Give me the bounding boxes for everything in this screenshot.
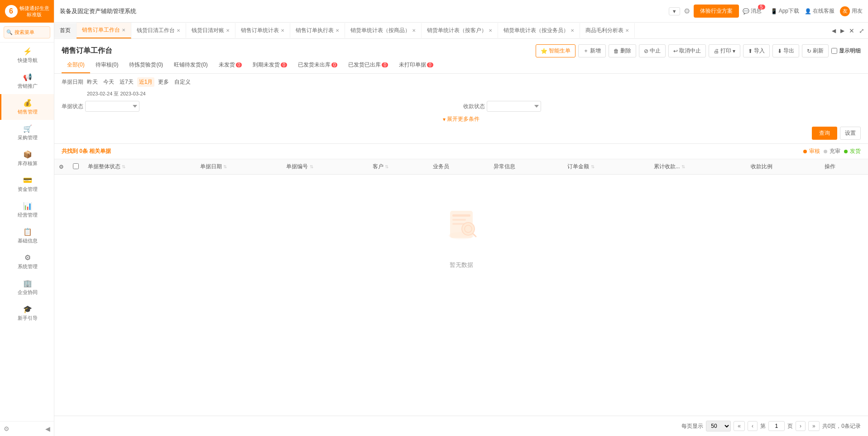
- sidebar-item-sales[interactable]: 💰 销售管理: [0, 94, 54, 120]
- page-first-button[interactable]: «: [734, 421, 745, 431]
- table-scroll-area[interactable]: ⚙ 单据整体状态 ⇅ 单据日期 ⇅: [54, 159, 868, 416]
- export-button[interactable]: ⬇ 导出: [772, 44, 799, 57]
- online-service-button[interactable]: 👤 在线客服: [805, 7, 834, 15]
- page-next-button[interactable]: ›: [796, 421, 806, 431]
- page-number-input[interactable]: [768, 421, 785, 431]
- subtab-pending-review[interactable]: 待审核(0): [90, 57, 124, 73]
- search-menu-button[interactable]: 🔍 搜索菜单: [4, 26, 50, 38]
- page-last-button[interactable]: »: [808, 421, 820, 431]
- subtab-all[interactable]: 全部(0): [62, 57, 90, 73]
- tab-home[interactable]: 首页: [54, 23, 77, 38]
- sidebar-item-marketing[interactable]: 📢 营销推广: [0, 68, 54, 94]
- topbar-expand-button[interactable]: ▼: [669, 7, 680, 15]
- user-menu-button[interactable]: 友 用友: [840, 6, 863, 16]
- tab-sales-stat[interactable]: 销售订单统计表 ✕: [235, 23, 290, 38]
- per-page-select[interactable]: 50 10 20 100: [706, 421, 731, 431]
- sort-amount-icon[interactable]: ⇅: [591, 164, 595, 169]
- tab-cash-daily[interactable]: 钱货日清工作台 ✕: [131, 23, 186, 38]
- tab-sales-summary-customer[interactable]: 销货单统计表（按客户） ✕: [422, 23, 498, 38]
- subtab-not-printed[interactable]: 未打印单据0: [393, 57, 439, 73]
- date-today-btn[interactable]: 今天: [101, 77, 116, 87]
- tab-sales-summary-product[interactable]: 销货单统计表（按商品） ✕: [345, 23, 422, 38]
- tab-sales-exec[interactable]: 销售订单执行表 ✕: [290, 23, 345, 38]
- tab-scroll-right[interactable]: ▶: [839, 26, 846, 36]
- tab-close-all[interactable]: ✕: [847, 25, 856, 36]
- payment-select[interactable]: [487, 101, 541, 112]
- setup-button[interactable]: 设置: [840, 127, 861, 140]
- subtab-shipped-not-out[interactable]: 已发货未出库0: [293, 57, 343, 73]
- smart-create-button[interactable]: ⭐ 智能生单: [536, 44, 575, 57]
- tab-close-sales-workbench[interactable]: ✕: [122, 28, 125, 33]
- date-custom-btn[interactable]: 自定义: [173, 77, 192, 87]
- message-button[interactable]: 💬 消息 5: [743, 7, 762, 15]
- print-button[interactable]: 🖨 打印 ▾: [709, 44, 740, 57]
- status-select[interactable]: [85, 101, 139, 112]
- shipped-out-badge: 0: [382, 62, 388, 67]
- tab-close-sales-exec[interactable]: ✕: [336, 28, 339, 33]
- audit-button[interactable]: 审核: [803, 147, 820, 155]
- sort-received-icon[interactable]: ⇅: [681, 164, 685, 169]
- tab-sales-workbench[interactable]: 销售订单工作台 ✕: [77, 23, 131, 38]
- stop-button[interactable]: ⊘ 中止: [639, 44, 666, 57]
- sort-date-icon[interactable]: ⇅: [223, 164, 227, 169]
- ship-button[interactable]: 发货: [844, 147, 861, 155]
- sidebar-item-purchase[interactable]: 🛒 采购管理: [0, 120, 54, 146]
- sidebar-item-quick-nav[interactable]: ⚡ 快捷导航: [0, 43, 54, 68]
- tab-close-sales-summary-staff[interactable]: ✕: [571, 28, 574, 33]
- subtab-not-shipped[interactable]: 未发货0: [213, 57, 248, 73]
- date-yesterday-btn[interactable]: 昨天: [85, 77, 100, 87]
- tab-close-sales-stat[interactable]: ✕: [281, 28, 284, 33]
- app-logo: 6 畅捷通好生意 标准版: [0, 0, 54, 23]
- import-button[interactable]: ⬆ 导入: [743, 44, 770, 57]
- tab-close-cash-daily[interactable]: ✕: [177, 28, 180, 33]
- sidebar-item-finance[interactable]: 💳 资金管理: [0, 171, 54, 197]
- tab-close-cash-reconcile[interactable]: ✕: [226, 28, 230, 33]
- sidebar-item-guide[interactable]: 🎓 新手引导: [0, 300, 54, 326]
- th-settings: ⚙: [54, 159, 68, 175]
- date-1month-btn[interactable]: 近1月: [137, 77, 155, 87]
- tab-sales-summary-staff[interactable]: 销货单统计表（按业务员） ✕: [498, 23, 580, 38]
- refresh-button[interactable]: ↻ 刷新: [802, 44, 829, 57]
- show-detail-checkbox[interactable]: [831, 48, 837, 54]
- date-more-btn[interactable]: 更多: [156, 77, 171, 87]
- sidebar-item-basic[interactable]: 📋 基础信息: [0, 223, 54, 249]
- sidebar-item-system[interactable]: ⚙ 系统管理: [0, 249, 54, 275]
- sort-status-icon[interactable]: ⇅: [122, 164, 125, 169]
- subtab-shipped-out[interactable]: 已发货已出库0: [343, 57, 393, 73]
- topbar-settings-button[interactable]: ⚙: [684, 7, 690, 15]
- cancel-stop-button[interactable]: ↩ 取消中止: [668, 44, 706, 57]
- tab-gross-margin[interactable]: 商品毛利分析表 ✕: [580, 23, 635, 38]
- tab-close-sales-summary-customer[interactable]: ✕: [489, 28, 492, 33]
- delete-button[interactable]: 🗑 删除: [609, 44, 636, 57]
- tab-scroll-left[interactable]: ◀: [830, 26, 838, 36]
- search-icon: 🔍: [6, 29, 13, 35]
- tab-expand[interactable]: ⤢: [857, 25, 866, 36]
- query-button[interactable]: 查询: [812, 127, 837, 140]
- sidebar-item-corp[interactable]: 🏢 企业协同: [0, 275, 54, 300]
- sort-number-icon[interactable]: ⇅: [310, 164, 313, 169]
- add-button[interactable]: ＋ 新增: [578, 44, 606, 57]
- subtab-expired-not-shipped[interactable]: 到期未发货0: [247, 57, 293, 73]
- sidebar-collapse-button[interactable]: ◀: [45, 425, 50, 432]
- show-detail-label[interactable]: 显示明细: [831, 47, 861, 55]
- sort-customer-icon[interactable]: ⇅: [385, 164, 388, 169]
- user-avatar-icon: 友: [840, 6, 850, 16]
- tab-close-sales-summary-product[interactable]: ✕: [412, 28, 416, 33]
- sidebar-settings-button[interactable]: ⚙: [4, 425, 10, 432]
- select-all-checkbox[interactable]: [73, 163, 79, 169]
- page-prev-button[interactable]: ‹: [748, 421, 758, 431]
- subtab-pending-inspect[interactable]: 待拣货验货(0): [124, 57, 168, 73]
- filter-bar: 单据日期 昨天 今天 近7天 近1月 更多 自定义 2023-02-24 至 2…: [54, 74, 868, 144]
- tab-cash-reconcile[interactable]: 钱货日清对账 ✕: [186, 23, 235, 38]
- subtab-wangpu-pending[interactable]: 旺铺待发货(0): [168, 57, 213, 73]
- cancel-audit-button[interactable]: 充审: [824, 147, 840, 155]
- topbar-industry-button[interactable]: 体验行业方案: [694, 5, 739, 18]
- tab-close-gross-margin[interactable]: ✕: [625, 28, 629, 33]
- expand-conditions-button[interactable]: ▾ 展开更多条件: [443, 115, 480, 123]
- app-download-button[interactable]: 📱 App下载: [771, 7, 799, 15]
- print-icon: 🖨: [714, 48, 719, 54]
- sidebar-item-inventory[interactable]: 📦 库存核算: [0, 146, 54, 171]
- date-7days-btn[interactable]: 近7天: [118, 77, 135, 87]
- settings-icon[interactable]: ⚙: [59, 164, 64, 170]
- sidebar-item-operation[interactable]: 📊 经营管理: [0, 197, 54, 223]
